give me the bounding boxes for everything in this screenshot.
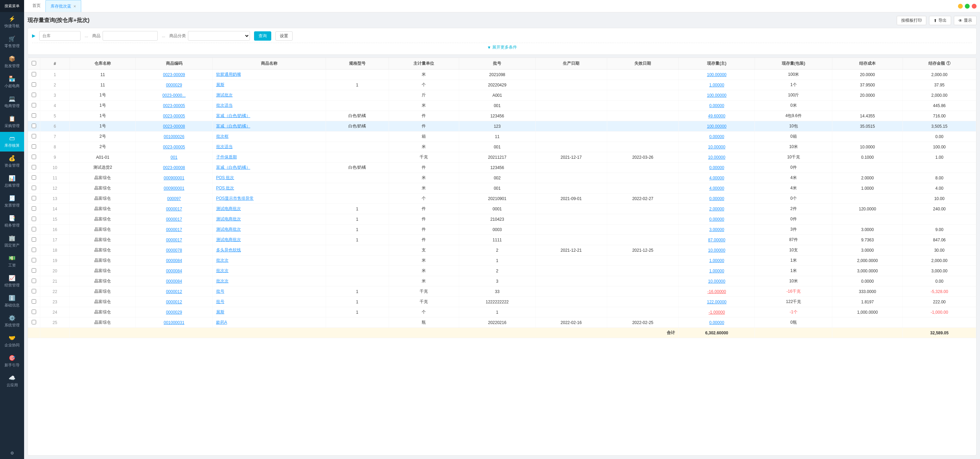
row-product-name[interactable]: POS 批次	[212, 173, 326, 183]
tab-inventory-batch[interactable]: 库存批次蓝 ✕	[45, 0, 81, 12]
row-checkbox[interactable]	[28, 276, 40, 287]
row-product-name[interactable]: 批次框	[212, 132, 326, 142]
row-select-checkbox[interactable]	[32, 247, 36, 252]
row-qty-main[interactable]: -16.00000	[678, 287, 755, 297]
row-qty-main[interactable]: 49.60000	[678, 111, 755, 121]
row-product-code[interactable]: 0000029	[135, 80, 212, 90]
sidebar-settings-btn[interactable]: ⚙	[0, 447, 24, 459]
row-checkbox[interactable]	[28, 80, 40, 90]
row-select-checkbox[interactable]	[32, 299, 36, 304]
row-product-name[interactable]: 富减（白色/奶橘）	[212, 163, 326, 173]
row-qty-main[interactable]: 0.00000	[678, 317, 755, 328]
select-all-checkbox[interactable]	[32, 61, 36, 65]
table-container[interactable]: # 仓库名称 商品编码 商品名称 规格型号 主计量单位 批号 生产日期 失效日期…	[27, 57, 977, 456]
row-select-checkbox[interactable]	[32, 82, 36, 87]
row-select-checkbox[interactable]	[32, 237, 36, 242]
row-qty-main[interactable]: 87.00000	[678, 235, 755, 245]
row-product-name[interactable]: 批号	[212, 287, 326, 297]
row-product-code[interactable]: 0000017	[135, 214, 212, 225]
sidebar-item-quick-nav[interactable]: ⚡ 快捷导航	[0, 12, 24, 32]
row-select-checkbox[interactable]	[32, 186, 36, 190]
row-select-checkbox[interactable]	[32, 268, 36, 273]
row-product-name[interactable]: POS显示市售排异常	[212, 193, 326, 204]
row-product-name[interactable]: 测试电商批次	[212, 235, 326, 245]
sidebar-item-purchase[interactable]: 📋 采购管理	[0, 112, 24, 132]
row-product-name[interactable]: 批号	[212, 297, 326, 307]
row-select-checkbox[interactable]	[32, 144, 36, 149]
row-select-checkbox[interactable]	[32, 217, 36, 221]
row-checkbox[interactable]	[28, 287, 40, 297]
warehouse-input[interactable]	[39, 31, 81, 41]
search-btn[interactable]: 查询	[254, 31, 271, 41]
row-product-name[interactable]: 批次次	[212, 255, 326, 266]
row-select-checkbox[interactable]	[32, 279, 36, 283]
row-product-code[interactable]: 0023-00005	[135, 111, 212, 121]
sidebar-item-ops[interactable]: 📈 经营管理	[0, 271, 24, 291]
sidebar-item-mini-ecom[interactable]: 🏪 小超电商	[0, 72, 24, 92]
row-qty-main[interactable]: 100.00000	[678, 90, 755, 100]
row-checkbox[interactable]	[28, 214, 40, 225]
row-product-name[interactable]: 批次次	[212, 276, 326, 287]
row-product-name[interactable]: 测试批次	[212, 90, 326, 100]
sidebar-item-invoice[interactable]: 🧾 发票管理	[0, 191, 24, 212]
row-qty-main[interactable]: 10.00000	[678, 152, 755, 163]
row-product-code[interactable]: 0000084	[135, 276, 212, 287]
row-product-code[interactable]: 0000078	[135, 245, 212, 255]
sidebar-item-general[interactable]: 📊 总账管理	[0, 172, 24, 191]
row-select-checkbox[interactable]	[32, 196, 36, 201]
product-input[interactable]	[103, 31, 158, 41]
sidebar-item-wholesale[interactable]: 📦 批发管理	[0, 52, 24, 72]
row-checkbox[interactable]	[28, 317, 40, 328]
sidebar-item-tax[interactable]: 📑 税务管理	[0, 212, 24, 231]
row-checkbox[interactable]	[28, 255, 40, 266]
tab-home[interactable]: 首页	[27, 0, 45, 12]
row-qty-main[interactable]: 122.00000	[678, 297, 755, 307]
row-product-code[interactable]: 001	[135, 152, 212, 163]
row-product-name[interactable]: 富减（白色/奶橘）	[212, 111, 326, 121]
row-qty-main[interactable]: -1.00000	[678, 307, 755, 317]
export-btn[interactable]: ⬆ 导出	[929, 16, 951, 25]
sidebar-item-fixed-assets[interactable]: 🏢 固定资产	[0, 231, 24, 251]
sidebar-item-ecom[interactable]: 💻 电商管理	[0, 92, 24, 112]
row-select-checkbox[interactable]	[32, 258, 36, 262]
row-qty-main[interactable]: 0.00000	[678, 214, 755, 225]
row-product-name[interactable]: 测试电商批次	[212, 204, 326, 214]
row-product-code[interactable]: 0023-00005	[135, 142, 212, 152]
row-select-checkbox[interactable]	[32, 165, 36, 169]
row-qty-main[interactable]: 10.00000	[678, 245, 755, 255]
row-product-name[interactable]: 批次适当	[212, 142, 326, 152]
window-minimize-btn[interactable]	[958, 4, 963, 9]
row-select-checkbox[interactable]	[32, 289, 36, 293]
row-qty-main[interactable]: 0.00000	[678, 132, 755, 142]
row-qty-main[interactable]: 4.00000	[678, 173, 755, 183]
row-checkbox[interactable]	[28, 173, 40, 183]
sidebar-item-enterprise[interactable]: 🤝 企业协同	[0, 331, 24, 351]
row-product-name[interactable]: 龄药A	[212, 317, 326, 328]
sidebar-item-sys-mgmt[interactable]: ⚙️ 系统管理	[0, 311, 24, 331]
row-qty-main[interactable]: 1.00000	[678, 266, 755, 276]
row-product-code[interactable]: 0023-00009	[135, 70, 212, 80]
row-product-name[interactable]: 富减（白色/奶橘）	[212, 121, 326, 132]
display-btn[interactable]: 👁 显示	[954, 16, 977, 25]
row-product-code[interactable]: 0023-00005	[135, 100, 212, 111]
row-checkbox[interactable]	[28, 100, 40, 111]
sidebar-item-retail[interactable]: 🛒 零售管理	[0, 32, 24, 52]
row-select-checkbox[interactable]	[32, 103, 36, 107]
row-product-code[interactable]: 0023-0000...	[135, 90, 212, 100]
row-product-name[interactable]: 软胶通用奶嘴	[212, 70, 326, 80]
row-qty-main[interactable]: 100.00000	[678, 70, 755, 80]
expand-more-btn[interactable]: ▼ 展开更多条件	[487, 45, 517, 50]
settings-btn[interactable]: 设置	[275, 31, 293, 41]
sidebar-item-cloud-app[interactable]: ☁️ 云应用	[0, 371, 24, 391]
row-checkbox[interactable]	[28, 245, 40, 255]
row-qty-main[interactable]: 10.00000	[678, 276, 755, 287]
row-qty-main[interactable]: 10.00000	[678, 142, 755, 152]
row-qty-main[interactable]: 1.00000	[678, 80, 755, 90]
row-product-code[interactable]: 0000012	[135, 297, 212, 307]
row-product-name[interactable]: 批次适当	[212, 100, 326, 111]
row-product-code[interactable]: 0023-00008	[135, 163, 212, 173]
sidebar-search-menu[interactable]: 搜索菜单	[0, 0, 24, 12]
tab-close-icon[interactable]: ✕	[73, 5, 76, 8]
window-maximize-btn[interactable]	[965, 4, 970, 9]
row-checkbox[interactable]	[28, 90, 40, 100]
